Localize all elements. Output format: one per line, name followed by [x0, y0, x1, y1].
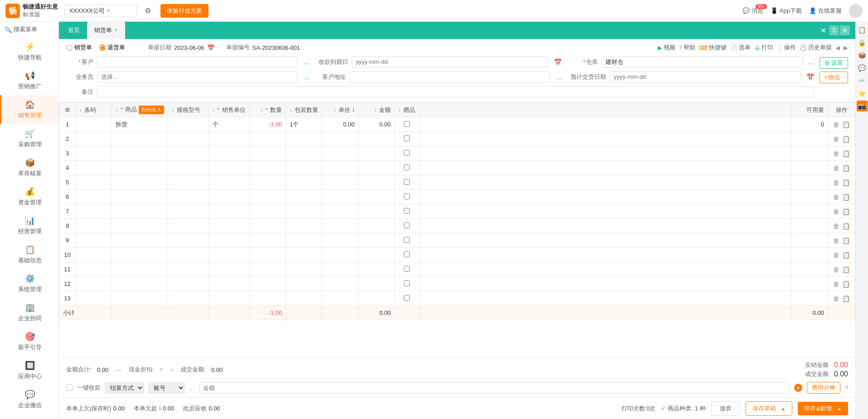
due-date-input[interactable]: [352, 56, 549, 67]
account-select[interactable]: 账号: [149, 382, 185, 394]
save-draft-chevron-icon[interactable]: ▲: [778, 406, 786, 411]
avatar[interactable]: [849, 4, 863, 18]
shortcut-btn[interactable]: ⌨ 快捷键: [699, 43, 727, 52]
right-sidebar-icon-6[interactable]: ⭐: [857, 88, 868, 99]
discount-info-icon[interactable]: ?: [160, 366, 163, 373]
operation-btn[interactable]: ⋮ 操作: [777, 43, 796, 52]
sidebar-item-app-center[interactable]: 🔲 应用中心: [0, 356, 58, 385]
th-price[interactable]: ↕ 单价 ℹ: [322, 103, 359, 117]
th-pkg[interactable]: ↕ 包装数量: [286, 103, 322, 117]
cell-gift[interactable]: [395, 262, 419, 277]
tab-close-icon[interactable]: ×: [115, 27, 118, 34]
th-unit[interactable]: ↕ * 销售单位: [209, 103, 249, 117]
due-date-calendar-icon[interactable]: 📅: [554, 58, 562, 66]
cell-notes[interactable]: [419, 233, 791, 248]
scan-btn[interactable]: 扫码录入: [139, 106, 164, 114]
th-barcode[interactable]: ↕ 条码: [76, 103, 112, 117]
sidebar-item-wechat[interactable]: 💬 企业微信: [0, 385, 58, 414]
cell-barcode[interactable]: [76, 262, 112, 277]
expense-help-icon[interactable]: ?: [845, 385, 848, 391]
sidebar-item-marketing[interactable]: 📢 营销推广: [0, 66, 58, 95]
cell-notes[interactable]: [419, 248, 791, 262]
sidebar-search[interactable]: 🔍 搜索菜单: [0, 22, 58, 37]
video-btn[interactable]: ▶ 视频: [658, 43, 675, 52]
cell-barcode[interactable]: [76, 248, 112, 262]
cell-gift[interactable]: [395, 190, 419, 204]
copy-icon[interactable]: 📋: [842, 280, 850, 288]
cell-notes[interactable]: [419, 161, 791, 175]
delete-icon[interactable]: 🗑: [833, 179, 839, 186]
copy-icon[interactable]: 📋: [842, 179, 850, 186]
delete-icon[interactable]: 🗑: [833, 121, 839, 128]
sidebar-item-inventory[interactable]: 📦 库存核算: [0, 153, 58, 182]
address-ellipsis-icon[interactable]: ...: [556, 73, 562, 81]
cell-notes[interactable]: [419, 219, 791, 233]
th-qty[interactable]: ↕ * 数量: [250, 103, 286, 117]
cell-gift[interactable]: [395, 204, 419, 219]
warehouse-input[interactable]: [601, 56, 802, 67]
cell-spec[interactable]: [168, 248, 209, 262]
cell-gift[interactable]: [395, 248, 419, 262]
cell-notes[interactable]: [419, 291, 791, 306]
cell-barcode[interactable]: [76, 175, 112, 190]
cell-spec[interactable]: [168, 277, 209, 291]
discard-button[interactable]: 放弃: [711, 401, 740, 416]
warehouse-ellipsis-icon[interactable]: ...: [808, 58, 814, 66]
sidebar-item-guide[interactable]: 🎯 新手引导: [0, 327, 58, 356]
customer-ellipsis-icon[interactable]: ...: [303, 58, 309, 66]
logistics-button[interactable]: +物流: [820, 72, 848, 83]
cell-barcode[interactable]: [76, 132, 112, 146]
prev-record-icon[interactable]: ◀: [835, 44, 840, 51]
cell-gift[interactable]: [395, 161, 419, 175]
right-sidebar-icon-3[interactable]: 📦: [857, 50, 868, 61]
salesperson-ellipsis-icon[interactable]: ...: [303, 73, 309, 81]
right-sidebar-icon-5[interactable]: ✏: [857, 75, 868, 86]
cum-balance-info-icon[interactable]: ℹ: [159, 405, 161, 411]
list-view-btn[interactable]: ☰: [829, 25, 839, 35]
cell-gift[interactable]: [395, 291, 419, 306]
cell-notes[interactable]: [419, 262, 791, 277]
cell-barcode[interactable]: [76, 277, 112, 291]
payment-amount-input[interactable]: [199, 382, 790, 394]
delivery-date-calendar-icon[interactable]: 📅: [806, 73, 814, 81]
sidebar-item-member[interactable]: ♦ 畅会员: [0, 414, 58, 419]
cell-gift[interactable]: [395, 233, 419, 248]
settings-button[interactable]: ⚙ 设置: [820, 57, 848, 69]
radio-sales-order[interactable]: 销货单: [66, 43, 92, 52]
print-btn[interactable]: 🖨 打印: [754, 43, 773, 52]
copy-icon[interactable]: 📋: [842, 121, 850, 128]
cell-notes[interactable]: [419, 204, 791, 219]
one-click-pay-checkbox[interactable]: [66, 385, 73, 391]
cell-barcode[interactable]: [76, 233, 112, 248]
cell-spec[interactable]: [168, 117, 209, 132]
cell-notes[interactable]: [419, 146, 791, 161]
help-btn[interactable]: ? 帮助: [679, 43, 695, 52]
cell-spec[interactable]: [168, 132, 209, 146]
copy-icon[interactable]: 📋: [842, 208, 850, 215]
sidebar-item-quick-nav[interactable]: ⚡ 快捷导航: [0, 37, 58, 66]
cell-barcode[interactable]: [76, 161, 112, 175]
save-new-chevron-icon[interactable]: ▲: [834, 406, 842, 411]
cell-notes[interactable]: [419, 190, 791, 204]
cell-gift[interactable]: [395, 146, 419, 161]
cell-spec[interactable]: [168, 161, 209, 175]
cell-gift[interactable]: [395, 117, 419, 132]
cell-spec[interactable]: [168, 204, 209, 219]
delete-icon[interactable]: 🗑: [833, 295, 839, 302]
save-new-button[interactable]: 保存&新增 ▲: [798, 402, 848, 415]
cell-gift[interactable]: [395, 277, 419, 291]
right-sidebar-icon-4[interactable]: 💬: [857, 63, 868, 73]
right-sidebar-icon-7[interactable]: 📷: [857, 101, 868, 111]
right-sidebar-icon-1[interactable]: 📋: [857, 24, 868, 35]
close-all-tabs-icon[interactable]: ✕: [820, 26, 826, 35]
cell-spec[interactable]: [168, 291, 209, 306]
cell-spec[interactable]: [168, 233, 209, 248]
delete-icon[interactable]: 🗑: [833, 266, 839, 273]
payment-add-button[interactable]: +: [794, 384, 802, 392]
delete-icon[interactable]: 🗑: [833, 208, 839, 215]
cell-barcode[interactable]: [76, 117, 112, 132]
th-amount[interactable]: ↕ 金额: [359, 103, 395, 117]
cell-barcode[interactable]: [76, 291, 112, 306]
cell-barcode[interactable]: [76, 190, 112, 204]
history-btn[interactable]: 🕐 历史单据: [800, 43, 832, 52]
